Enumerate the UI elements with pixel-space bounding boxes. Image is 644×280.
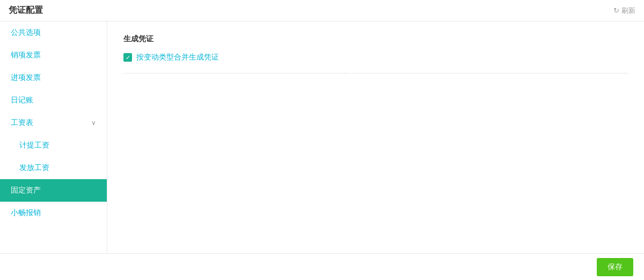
page-wrapper: 凭证配置 ↻ 刷新 公共选项销项发票进项发票日记账工资表∨计提工资发放工资固定资… bbox=[0, 0, 644, 280]
main-layout: 公共选项销项发票进项发票日记账工资表∨计提工资发放工资固定资产小畅报销 生成凭证… bbox=[0, 21, 644, 280]
refresh-label: 刷新 bbox=[621, 6, 635, 16]
sidebar-item-distribute[interactable]: 发放工资 bbox=[0, 157, 107, 179]
section-divider bbox=[123, 73, 628, 73]
sidebar-item-label: 工资表 bbox=[11, 118, 33, 128]
sidebar-item-public-options[interactable]: 公共选项 bbox=[0, 21, 107, 44]
header: 凭证配置 ↻ 刷新 bbox=[0, 0, 644, 21]
sidebar-item-label: 进项发票 bbox=[11, 73, 41, 83]
sidebar-item-label: 日记账 bbox=[11, 95, 33, 105]
checkbox-label: 按变动类型合并生成凭证 bbox=[136, 53, 219, 62]
sidebar-item-label: 计提工资 bbox=[19, 141, 49, 150]
sidebar-item-sales-invoice[interactable]: 销项发票 bbox=[0, 44, 107, 67]
chevron-down-icon: ∨ bbox=[91, 119, 96, 127]
sidebar-item-purchase-invoice[interactable]: 进项发票 bbox=[0, 67, 107, 89]
sidebar-item-label: 销项发票 bbox=[11, 50, 41, 60]
main-content: 生成凭证 按变动类型合并生成凭证 bbox=[107, 21, 644, 280]
sidebar-item-label: 固定资产 bbox=[11, 186, 41, 195]
merge-checkbox[interactable] bbox=[123, 53, 132, 62]
save-button[interactable]: 保存 bbox=[597, 258, 633, 276]
section-title: 生成凭证 bbox=[123, 34, 628, 44]
refresh-button[interactable]: ↻ 刷新 bbox=[613, 6, 635, 16]
sidebar-item-payroll-table[interactable]: 工资表∨ bbox=[0, 112, 107, 134]
checkbox-row: 按变动类型合并生成凭证 bbox=[123, 53, 628, 62]
page-title: 凭证配置 bbox=[9, 5, 43, 16]
refresh-icon: ↻ bbox=[613, 6, 619, 14]
sidebar-item-label: 公共选项 bbox=[11, 28, 41, 38]
sidebar-item-expense-report[interactable]: 小畅报销 bbox=[0, 202, 107, 224]
sidebar: 公共选项销项发票进项发票日记账工资表∨计提工资发放工资固定资产小畅报销 bbox=[0, 21, 107, 280]
sidebar-item-label: 发放工资 bbox=[19, 163, 49, 173]
sidebar-item-journal[interactable]: 日记账 bbox=[0, 89, 107, 112]
footer: 保存 bbox=[0, 253, 644, 280]
sidebar-item-label: 小畅报销 bbox=[11, 208, 41, 218]
sidebar-item-commission[interactable]: 计提工资 bbox=[0, 134, 107, 157]
sidebar-item-fixed-assets[interactable]: 固定资产 bbox=[0, 179, 107, 202]
